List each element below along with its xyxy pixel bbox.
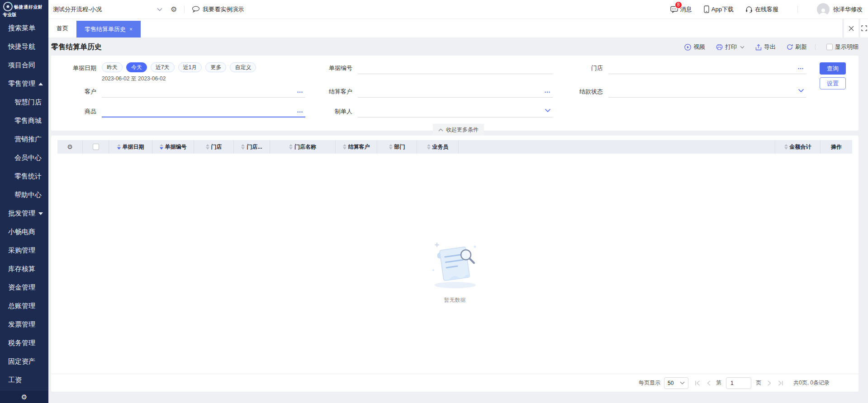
chevron-down-icon[interactable] <box>545 106 551 114</box>
show-detail-label: 显示明细 <box>835 43 859 51</box>
fullscreen-button[interactable] <box>860 19 868 37</box>
sidebar-item[interactable]: 总账管理 <box>0 297 48 315</box>
show-detail-checkbox[interactable] <box>826 44 833 50</box>
sidebar-item[interactable]: 资金管理 <box>0 278 48 297</box>
select-all-checkbox[interactable] <box>83 140 109 154</box>
workspace-selector[interactable]: 测试分开流程-小况 <box>53 5 162 14</box>
table-column-header[interactable]: 单据日期 <box>109 140 152 154</box>
sidebar-item-label: 零售管理 <box>8 80 35 88</box>
table-column-header[interactable]: 门店名称 <box>270 140 336 154</box>
date-pill[interactable]: 昨天 <box>102 62 123 72</box>
store-picker-ellipsis[interactable]: … <box>797 63 804 72</box>
date-pill[interactable]: 更多 <box>205 62 226 72</box>
online-service-button[interactable]: 在线客服 <box>745 5 778 14</box>
settle-status-select[interactable] <box>608 86 806 98</box>
table-column-header[interactable]: 部门 <box>377 140 417 154</box>
sort-arrows-icon[interactable] <box>241 144 245 150</box>
sidebar-item[interactable]: 发票管理 <box>0 315 48 334</box>
sidebar-item-label: 采购管理 <box>8 246 35 255</box>
sidebar-item-label: 小畅电商 <box>8 228 35 236</box>
sidebar-item[interactable]: 固定资产 <box>0 352 48 371</box>
sidebar-item[interactable]: 搜索菜单 <box>0 19 48 37</box>
sort-arrows-icon[interactable] <box>160 144 163 150</box>
table-column-header[interactable]: 金额合计 <box>775 140 821 154</box>
sort-arrows-icon[interactable] <box>117 144 121 150</box>
date-pill[interactable]: 自定义 <box>230 62 256 72</box>
page-number-input[interactable]: 1 <box>726 377 751 389</box>
sidebar-item[interactable]: 库存核算 <box>0 260 48 278</box>
settle-customer-input[interactable]: … <box>358 86 553 98</box>
query-button[interactable]: 查询 <box>820 62 846 75</box>
next-page-icon[interactable] <box>768 380 771 386</box>
workspace-gear-icon[interactable]: ⚙ <box>171 6 177 13</box>
table-column-header[interactable]: 门店... <box>234 140 270 154</box>
table-column-header[interactable]: 操作 <box>821 140 852 154</box>
sidebar-settings-gear-icon[interactable]: ⚙ <box>21 394 27 400</box>
expand-arrow-icon <box>38 212 43 215</box>
store-input[interactable]: … <box>608 62 806 74</box>
sidebar-item[interactable]: 税务管理 <box>0 334 48 352</box>
table-column-header[interactable]: 结算客户 <box>336 140 377 154</box>
sidebar-item[interactable]: 营销推广 <box>0 130 48 149</box>
settings-button[interactable]: 设置 <box>820 77 846 89</box>
sort-arrows-icon[interactable] <box>427 144 431 150</box>
sidebar-item-label: 税务管理 <box>8 339 35 347</box>
sidebar-item[interactable]: 采购管理 <box>0 241 48 260</box>
filter-panel: 单据日期 昨天今天近7天近1月更多自定义 2023-06-02 至 2023-0… <box>51 56 859 131</box>
sort-arrows-icon[interactable] <box>389 144 393 150</box>
sort-arrows-icon[interactable] <box>343 144 346 150</box>
sidebar-item[interactable]: 智慧门店 <box>0 93 48 112</box>
sort-arrows-icon[interactable] <box>784 144 788 150</box>
table-column-header[interactable]: 门店 <box>194 140 234 154</box>
checkbox-icon[interactable] <box>93 144 99 150</box>
date-pill[interactable]: 今天 <box>126 62 147 72</box>
doc-no-input[interactable] <box>358 62 553 74</box>
close-all-tabs-button[interactable] <box>844 19 859 37</box>
per-page-select[interactable]: 50 <box>664 377 688 389</box>
sidebar-item[interactable]: 零售管理 <box>0 75 48 93</box>
sidebar-item[interactable]: 零售商城 <box>0 112 48 130</box>
last-page-icon[interactable] <box>778 380 783 386</box>
sidebar-item[interactable]: 快捷导航 <box>0 37 48 56</box>
table-column-header[interactable]: 业务员 <box>417 140 459 154</box>
export-button[interactable]: 导出 <box>755 43 776 51</box>
print-button[interactable]: 打印 <box>716 43 745 51</box>
show-detail-toggle[interactable]: 显示明细 <box>826 43 859 51</box>
sidebar-item[interactable]: 批发管理 <box>0 204 48 223</box>
customer-input[interactable]: … <box>102 86 305 98</box>
goods-picker-ellipsis[interactable]: … <box>297 106 304 115</box>
settle-customer-picker-ellipsis[interactable]: … <box>544 86 551 95</box>
maker-select[interactable] <box>358 106 553 117</box>
sidebar-item[interactable]: 会员中心 <box>0 149 48 167</box>
first-page-icon[interactable] <box>695 380 701 386</box>
chevron-down-icon[interactable] <box>798 86 804 94</box>
customer-picker-ellipsis[interactable]: … <box>297 86 304 95</box>
sort-arrows-icon[interactable] <box>206 144 209 150</box>
column-label: 门店名称 <box>294 143 316 151</box>
tab-home[interactable]: 首页 <box>48 19 76 37</box>
date-pill[interactable]: 近1月 <box>178 62 202 72</box>
sidebar-item[interactable]: 项目合同 <box>0 56 48 75</box>
demo-link[interactable]: 我要看实例演示 <box>192 5 244 14</box>
sidebar-item[interactable]: 零售统计 <box>0 167 48 186</box>
app-download-button[interactable]: App下载 <box>704 5 734 14</box>
collapse-more-filters-button[interactable]: 收起更多条件 <box>433 124 484 136</box>
date-range-value[interactable]: 2023-06-02 至 2023-06-02 <box>102 75 318 83</box>
table-column-header[interactable]: 单据编号 <box>152 140 194 154</box>
user-menu[interactable]: 徐泽华修改 <box>817 3 863 16</box>
prev-page-icon[interactable] <box>707 380 711 386</box>
sidebar-item[interactable]: 帮助中心 <box>0 186 48 204</box>
sidebar-item[interactable]: 小畅电商 <box>0 223 48 241</box>
tab-close-icon[interactable]: × <box>129 26 133 33</box>
sort-arrows-icon[interactable] <box>289 144 293 150</box>
brand-edition: 专业版 <box>3 12 16 18</box>
messages-button[interactable]: 8 消息 <box>670 5 692 14</box>
tab-retail-settlement-history[interactable]: 零售结算单历史 × <box>76 21 141 37</box>
goods-input[interactable]: … <box>102 106 305 117</box>
video-button[interactable]: 视频 <box>684 43 705 51</box>
export-icon <box>755 44 762 51</box>
date-pill[interactable]: 近7天 <box>151 62 175 72</box>
sidebar-item[interactable]: 工资 <box>0 371 48 389</box>
column-settings-gear-icon[interactable]: ⚙ <box>57 140 83 154</box>
refresh-button[interactable]: 刷新 <box>787 43 807 51</box>
